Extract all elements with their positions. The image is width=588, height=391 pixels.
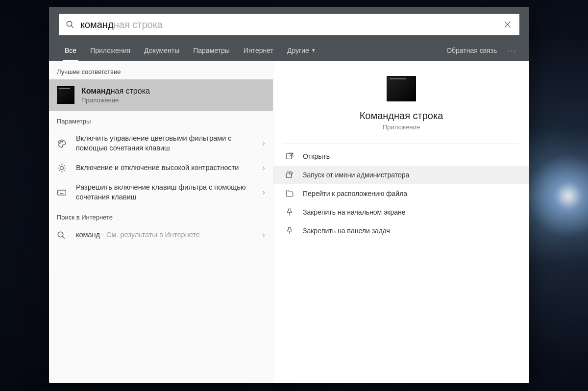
best-match-result[interactable]: Командная строка Приложение	[49, 79, 273, 111]
best-match-title: Командная строка	[81, 87, 150, 96]
windows-search-panel: командная строка Все Приложения Документ…	[49, 7, 529, 383]
svg-line-23	[62, 236, 65, 239]
palette-icon	[57, 139, 69, 148]
best-match-title-rest: ная строка	[111, 87, 150, 95]
search-bar[interactable]: командная строка	[59, 14, 519, 35]
tab-web[interactable]: Интернет	[237, 39, 280, 61]
svg-point-4	[59, 143, 60, 144]
brightness-icon	[57, 163, 69, 173]
settings-result-color-filters[interactable]: Включить управление цветовыми фильтрами …	[49, 129, 273, 158]
search-icon	[57, 231, 69, 240]
divider	[283, 144, 519, 144]
action-open[interactable]: Открыть	[273, 147, 529, 166]
svg-point-5	[61, 141, 62, 142]
tab-all-label: Все	[65, 47, 76, 54]
cmd-icon	[387, 76, 416, 101]
search-typed-text: команд	[80, 19, 114, 30]
feedback-label: Обратная связь	[446, 47, 497, 54]
section-web-header: Поиск в Интернете	[49, 207, 273, 225]
more-options-icon[interactable]: ···	[504, 47, 520, 54]
pin-icon	[285, 226, 296, 235]
filter-tabs: Все Приложения Документы Параметры Интер…	[49, 39, 529, 61]
action-pin-taskbar[interactable]: Закрепить на панели задач	[273, 221, 529, 240]
svg-point-22	[58, 232, 63, 237]
section-best-match-header: Лучшее соответствие	[49, 61, 273, 79]
chevron-right-icon: ›	[262, 163, 265, 173]
tab-settings-label: Параметры	[193, 47, 230, 54]
web-result-suffix: - См. результаты в Интернете	[100, 231, 200, 239]
search-autocomplete-text: ная строка	[114, 19, 163, 30]
action-label: Запуск от имени администратора	[303, 171, 409, 179]
tab-all[interactable]: Все	[58, 39, 83, 61]
action-label: Закрепить на панели задач	[303, 227, 390, 235]
svg-point-7	[60, 166, 64, 170]
chevron-right-icon: ›	[262, 230, 265, 240]
chevron-right-icon: ›	[262, 138, 265, 148]
preview-header: Командная строка Приложение	[273, 61, 529, 141]
settings-result-label: Включить управление цветовыми фильтрами …	[76, 134, 255, 153]
tab-apps[interactable]: Приложения	[83, 39, 137, 61]
tab-documents[interactable]: Документы	[137, 39, 186, 61]
action-label: Закрепить на начальном экране	[303, 208, 406, 216]
svg-line-1	[71, 25, 74, 28]
search-bar-container: командная строка	[49, 7, 529, 39]
preview-column: Командная строка Приложение Открыть Запу…	[273, 61, 529, 383]
tab-settings[interactable]: Параметры	[186, 39, 237, 61]
action-label: Открыть	[303, 152, 330, 160]
settings-result-filter-keys[interactable]: Разрешить включение клавиш фильтра с пом…	[49, 178, 273, 207]
tab-apps-label: Приложения	[90, 47, 130, 54]
admin-icon	[285, 171, 296, 179]
svg-point-0	[67, 21, 72, 26]
preview-title: Командная строка	[283, 110, 519, 122]
svg-line-14	[59, 170, 60, 171]
cmd-icon	[57, 86, 74, 104]
pin-icon	[285, 208, 296, 217]
chevron-right-icon: ›	[262, 187, 265, 197]
svg-point-6	[62, 141, 63, 142]
search-input[interactable]: командная строка	[74, 19, 503, 30]
action-run-as-admin[interactable]: Запуск от имени администратора	[273, 166, 529, 184]
folder-icon	[285, 189, 296, 198]
tab-more-label: Другие	[287, 47, 309, 54]
preview-subtitle: Приложение	[283, 123, 519, 131]
settings-result-high-contrast[interactable]: Включение и отключение высокой контрастн…	[49, 158, 273, 178]
tab-more[interactable]: Другие ▼	[280, 39, 323, 61]
action-pin-start[interactable]: Закрепить на начальном экране	[273, 203, 529, 221]
web-result-label: команд - См. результаты в Интернете	[76, 230, 255, 240]
action-label: Перейти к расположению файла	[303, 190, 407, 197]
background-flare	[519, 147, 588, 245]
tab-web-label: Интернет	[244, 47, 273, 54]
open-icon	[285, 152, 296, 161]
svg-rect-24	[286, 154, 292, 159]
svg-line-12	[59, 165, 60, 166]
settings-result-label: Разрешить включение клавиш фильтра с пом…	[76, 183, 255, 202]
action-open-file-location[interactable]: Перейти к расположению файла	[273, 184, 529, 203]
web-search-result[interactable]: команд - См. результаты в Интернете ›	[49, 225, 273, 245]
settings-result-label: Включение и отключение высокой контрастн…	[76, 163, 255, 173]
web-result-term: команд	[76, 231, 100, 239]
svg-line-15	[64, 165, 65, 166]
search-icon	[66, 20, 74, 29]
results-column: Лучшее соответствие Командная строка При…	[49, 61, 273, 383]
best-match-subtitle: Приложение	[81, 97, 150, 104]
svg-line-13	[64, 170, 65, 171]
section-settings-header: Параметры	[49, 111, 273, 129]
tab-docs-label: Документы	[144, 47, 179, 54]
clear-icon[interactable]	[503, 20, 513, 29]
chevron-down-icon: ▼	[311, 48, 316, 53]
best-match-title-bold: Команд	[81, 87, 111, 95]
keyboard-icon	[57, 188, 69, 197]
svg-rect-16	[58, 190, 66, 195]
feedback-link[interactable]: Обратная связь	[440, 47, 504, 54]
